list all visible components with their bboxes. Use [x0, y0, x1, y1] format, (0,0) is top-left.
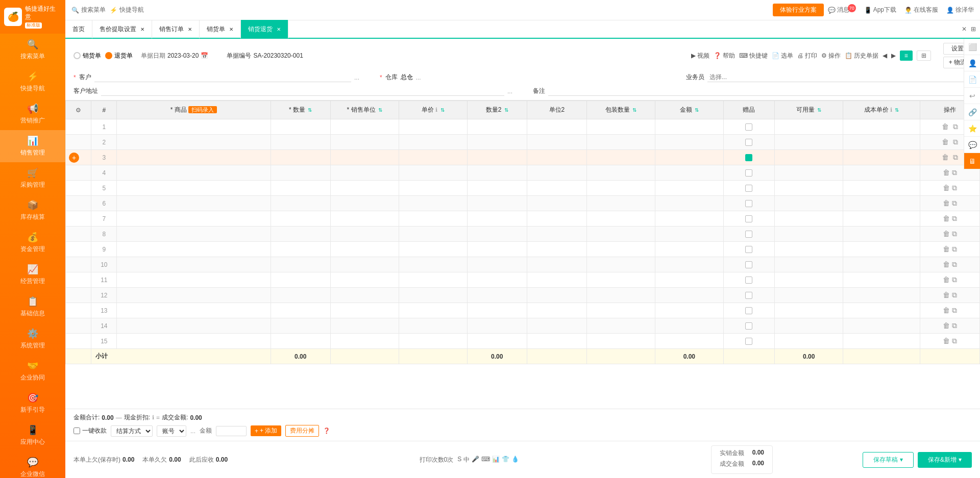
save-and-new-button[interactable]: 保存&新增 ▾ [918, 452, 972, 468]
goods-input-1[interactable] [120, 123, 267, 131]
warehouse-select-icon[interactable]: ... [416, 74, 421, 81]
copy-row-12[interactable]: ⧉ [952, 291, 957, 299]
quick-nav-button[interactable]: ⚡ 快捷导航 [110, 6, 144, 14]
toolbar-icon-6[interactable]: 👕 [502, 456, 509, 464]
app-logo[interactable]: 🍊 畅捷通好生意 标准版 [0, 0, 65, 34]
account-select[interactable]: 账号 [157, 425, 186, 437]
gift-cb-3[interactable] [745, 154, 752, 161]
tab-sales-return[interactable]: 销货退货 ✕ [241, 20, 288, 38]
copy-row-3[interactable]: ⧉ [953, 153, 958, 161]
radio-sales[interactable]: 销货单 [74, 52, 101, 60]
gift-cb-14[interactable] [745, 322, 752, 330]
toolbar-icon-7[interactable]: 💧 [511, 456, 519, 464]
copy-row-13[interactable]: ⧉ [952, 306, 957, 314]
rs-item-2[interactable]: 👤 [964, 55, 980, 71]
gift-cb-5[interactable] [745, 185, 752, 192]
gift-cb-9[interactable] [745, 246, 752, 253]
copy-row-2[interactable]: ⧉ [953, 138, 958, 146]
tab-close-price-setting[interactable]: ✕ [140, 27, 144, 32]
rs-item-4[interactable]: ↩ [964, 88, 980, 104]
user-avatar[interactable]: 👤 徐泽华 [946, 6, 974, 14]
rs-item-3[interactable]: 📄 [964, 71, 980, 88]
sidebar-item-quicknav[interactable]: ⚡ 快捷导航 [0, 66, 65, 98]
copy-row-6[interactable]: ⧉ [952, 199, 957, 207]
sidebar-item-operation[interactable]: 📈 经营管理 [0, 259, 65, 291]
rs-item-5[interactable]: 🔗 [964, 104, 980, 120]
gift-cb-15[interactable] [745, 338, 752, 345]
sidebar-item-apps[interactable]: 📱 应用中心 [0, 419, 65, 451]
delete-row-4[interactable]: 🗑 [943, 168, 950, 177]
one-click-checkbox[interactable] [74, 427, 80, 434]
customer-input[interactable] [94, 72, 351, 82]
tab-sales-order[interactable]: 销售订单 ✕ [152, 20, 200, 38]
sidebar-item-inventory[interactable]: 📦 库存核算 [0, 194, 65, 227]
gift-cb-6[interactable] [745, 200, 752, 207]
discount-info-icon[interactable]: ℹ [152, 414, 154, 421]
cost-info-icon[interactable]: ℹ [890, 107, 892, 113]
tab-close-sales-order[interactable]: ✕ [188, 27, 192, 32]
grid-view-button[interactable]: ⊞ [917, 51, 931, 61]
toolbar-icon-2[interactable]: 中 [463, 456, 470, 464]
tab-sales-delivery[interactable]: 销货单 ✕ [200, 20, 241, 38]
copy-row-8[interactable]: ⧉ [952, 230, 957, 238]
prev-record-icon[interactable]: ◀ [883, 52, 887, 59]
delete-row-11[interactable]: 🗑 [943, 275, 950, 284]
gift-cb-8[interactable] [745, 231, 752, 238]
amount-input[interactable] [216, 426, 247, 436]
message-button[interactable]: 💬 消息 70 [828, 6, 856, 14]
sidebar-item-sales[interactable]: 📊 销售管理 [0, 130, 65, 162]
one-click-payment-check[interactable]: 一键收款 [74, 426, 107, 435]
copy-row-11[interactable]: ⧉ [952, 275, 957, 284]
sidebar-item-newguide[interactable]: 🎯 新手引导 [0, 387, 65, 419]
search-menu-button[interactable]: 🔍 搜索菜单 [71, 6, 106, 14]
goods-input-3[interactable] [120, 154, 267, 161]
tab-price-setting[interactable]: 售价提取设置 ✕ [92, 20, 152, 38]
copy-row-15[interactable]: ⧉ [952, 337, 957, 345]
salesperson-input[interactable] [707, 72, 964, 82]
delete-row-10[interactable]: 🗑 [943, 260, 950, 268]
tab-close-all-icon[interactable]: ✕ [962, 26, 967, 33]
video-action[interactable]: ▶ 视频 [691, 52, 709, 60]
help-action[interactable]: ❓ 帮助 [714, 52, 735, 60]
delete-row-8[interactable]: 🗑 [943, 230, 950, 238]
gift-cb-1[interactable] [745, 123, 752, 131]
tab-menu-icon[interactable]: ⊞ [971, 26, 976, 33]
toolbar-icon-3[interactable]: 🎤 [472, 456, 479, 464]
gift-cb-12[interactable] [745, 292, 752, 299]
delete-row-9[interactable]: 🗑 [943, 245, 950, 253]
delete-row-5[interactable]: 🗑 [943, 184, 950, 192]
operate-action[interactable]: ⚙ 操作 [821, 52, 841, 60]
calendar-icon[interactable]: 📅 [201, 52, 208, 59]
rs-item-7[interactable]: 💬 [964, 137, 980, 153]
select-action[interactable]: 📄 选单 [772, 52, 793, 60]
toolbar-icon-1[interactable]: S [457, 456, 461, 464]
tab-close-sales-return[interactable]: ✕ [277, 27, 281, 32]
scan-btn[interactable]: 扫码录入 [188, 106, 217, 113]
trial-button[interactable]: 体验行业方案 [773, 4, 824, 16]
sidebar-item-finance[interactable]: 💰 资金管理 [0, 227, 65, 259]
copy-row-7[interactable]: ⧉ [952, 214, 957, 222]
delete-row-2[interactable]: 🗑 [942, 138, 949, 146]
copy-row-4[interactable]: ⧉ [952, 168, 957, 177]
app-download-button[interactable]: 📱 App下载 [864, 6, 896, 14]
next-record-icon[interactable]: ▶ [891, 52, 896, 59]
save-draft-button[interactable]: 保存草稿 ▾ [863, 452, 914, 468]
delete-row-3[interactable]: 🗑 [942, 153, 949, 161]
address-input[interactable] [101, 86, 504, 96]
fee-split-button[interactable]: 费用分摊 [285, 425, 319, 437]
sidebar-item-system[interactable]: ⚙️ 系统管理 [0, 323, 65, 355]
tab-home[interactable]: 首页 [65, 20, 92, 38]
copy-row-14[interactable]: ⧉ [952, 321, 957, 330]
copy-row-1[interactable]: ⧉ [953, 122, 958, 131]
copy-row-9[interactable]: ⧉ [952, 245, 957, 253]
remark-input[interactable] [548, 86, 972, 96]
sidebar-item-search[interactable]: 🔍 搜索菜单 [0, 34, 65, 66]
price-info-icon[interactable]: ℹ [435, 107, 437, 113]
delete-row-12[interactable]: 🗑 [943, 291, 950, 299]
radio-return[interactable]: 退货单 [105, 52, 133, 60]
gift-cb-2[interactable] [745, 139, 752, 146]
copy-row-5[interactable]: ⧉ [952, 184, 957, 192]
gift-cb-10[interactable] [745, 261, 752, 268]
list-view-button[interactable]: ≡ [900, 51, 913, 61]
rs-item-8[interactable]: 🖥 [964, 153, 980, 169]
